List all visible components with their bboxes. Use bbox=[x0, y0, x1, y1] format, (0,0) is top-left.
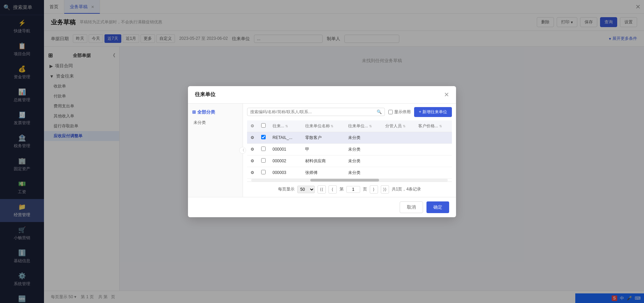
modal-partner-table: ⚙ 往来... 往来单位名称 往来单位... 分管人员 客户价格... bbox=[247, 120, 452, 179]
scrollbar-thumb bbox=[310, 179, 379, 182]
row-settings[interactable]: ⚙ bbox=[247, 167, 258, 178]
per-page-label: 每页显示 bbox=[278, 186, 295, 192]
table-checkbox-header[interactable] bbox=[258, 120, 269, 132]
modal-right-panel: 🔍 显示停用 + 新增往来单位 ⚙ bbox=[243, 104, 456, 197]
modal-category-unclassified[interactable]: 未分类 bbox=[188, 117, 243, 128]
row-name: 零散客户 bbox=[302, 132, 345, 143]
row-manager bbox=[382, 132, 415, 143]
row-category: 未分类 bbox=[345, 167, 382, 178]
row-category: 未分类 bbox=[345, 155, 382, 167]
modal-category-header: ⊞ 全部分类 bbox=[188, 107, 243, 117]
row-checkbox[interactable] bbox=[261, 158, 266, 163]
row-checkbox-cell[interactable] bbox=[258, 167, 269, 178]
table-row[interactable]: ⚙ RETAIL_... 零散客户 未分类 bbox=[247, 132, 452, 143]
row-price bbox=[415, 143, 452, 155]
row-manager bbox=[382, 155, 415, 167]
prev-page-btn[interactable]: ⟨ bbox=[329, 185, 337, 194]
select-all-checkbox[interactable] bbox=[261, 123, 266, 128]
row-checkbox[interactable] bbox=[261, 170, 266, 174]
row-code: 000002 bbox=[269, 155, 302, 167]
table-row[interactable]: ⚙ 000003 张师傅 未分类 bbox=[247, 167, 452, 178]
row-manager bbox=[382, 167, 415, 178]
row-code: RETAIL_... bbox=[269, 132, 302, 143]
modal-title: 往来单位 bbox=[195, 91, 215, 98]
cancel-button[interactable]: 取消 bbox=[400, 201, 423, 213]
table-col-category[interactable]: 往来单位... bbox=[345, 120, 382, 132]
modal-left-collapse-btn[interactable]: 《 bbox=[239, 147, 246, 154]
grid-icon: ⊞ bbox=[192, 109, 196, 115]
modal-pagination: 每页显示 50 100 ⟨⟨ ⟨ 第 页 ⟩ ⟩⟩ 共1页，4条记录 bbox=[247, 182, 452, 197]
row-checkbox[interactable] bbox=[261, 147, 266, 151]
modal-table-scroll[interactable]: ⚙ 往来... 往来单位名称 往来单位... 分管人员 客户价格... bbox=[247, 120, 452, 179]
page-label-2: 页 bbox=[363, 186, 367, 192]
row-name: 张师傅 bbox=[302, 167, 345, 178]
row-category: 未分类 bbox=[345, 143, 382, 155]
row-price bbox=[415, 132, 452, 143]
modal-toolbar: 🔍 显示停用 + 新增往来单位 bbox=[247, 107, 452, 117]
row-price bbox=[415, 155, 452, 167]
row-price bbox=[415, 167, 452, 178]
row-category: 未分类 bbox=[345, 132, 382, 143]
next-page-btn[interactable]: ⟩ bbox=[370, 185, 378, 194]
modal-header: 往来单位 ✕ bbox=[188, 86, 456, 104]
table-settings-header[interactable]: ⚙ bbox=[247, 120, 258, 132]
table-horizontal-scrollbar[interactable] bbox=[251, 179, 448, 182]
modal-category-panel: ⊞ 全部分类 未分类 《 bbox=[188, 104, 243, 197]
total-pages-text: 共1页，4条记录 bbox=[392, 186, 421, 192]
modal-overlay[interactable]: 往来单位 ✕ ⊞ 全部分类 未分类 《 🔍 bbox=[0, 0, 644, 303]
last-page-btn[interactable]: ⟩⟩ bbox=[381, 185, 389, 194]
table-col-name[interactable]: 往来单位名称 bbox=[302, 120, 345, 132]
row-checkbox-cell[interactable] bbox=[258, 155, 269, 167]
row-code: 000003 bbox=[269, 167, 302, 178]
row-name: 材料供应商 bbox=[302, 155, 345, 167]
modal-body: ⊞ 全部分类 未分类 《 🔍 显示停用 bbox=[188, 104, 456, 197]
modal-search-box[interactable]: 🔍 bbox=[247, 108, 385, 116]
table-col-manager[interactable]: 分管人员 bbox=[382, 120, 415, 132]
row-settings[interactable]: ⚙ bbox=[247, 155, 258, 167]
partner-modal: 往来单位 ✕ ⊞ 全部分类 未分类 《 🔍 bbox=[188, 86, 456, 217]
modal-actions: 取消 确定 bbox=[188, 197, 456, 217]
row-code: 000001 bbox=[269, 143, 302, 155]
table-row[interactable]: ⚙ 000001 甲 未分类 bbox=[247, 143, 452, 155]
table-row[interactable]: ⚙ 000002 材料供应商 未分类 bbox=[247, 155, 452, 167]
first-page-btn[interactable]: ⟨⟨ bbox=[318, 185, 326, 194]
show-disabled-checkbox[interactable] bbox=[388, 110, 393, 114]
row-checkbox-cell[interactable] bbox=[258, 132, 269, 143]
modal-search-input[interactable] bbox=[250, 109, 375, 114]
row-name: 甲 bbox=[302, 143, 345, 155]
table-col-price[interactable]: 客户价格... bbox=[415, 120, 452, 132]
per-page-select[interactable]: 50 100 bbox=[297, 186, 315, 193]
page-number-input[interactable] bbox=[346, 186, 360, 193]
row-checkbox-cell[interactable] bbox=[258, 143, 269, 155]
row-manager bbox=[382, 143, 415, 155]
show-disabled-checkbox-group: 显示停用 bbox=[388, 109, 411, 115]
confirm-button[interactable]: 确定 bbox=[426, 201, 449, 213]
modal-close-button[interactable]: ✕ bbox=[444, 91, 449, 98]
row-settings[interactable]: ⚙ bbox=[247, 143, 258, 155]
add-partner-button[interactable]: + 新增往来单位 bbox=[414, 107, 452, 117]
row-settings[interactable]: ⚙ bbox=[247, 132, 258, 143]
row-checkbox[interactable] bbox=[261, 135, 266, 139]
table-col-code[interactable]: 往来... bbox=[269, 120, 302, 132]
page-label: 第 bbox=[340, 186, 344, 192]
search-icon: 🔍 bbox=[377, 109, 382, 114]
